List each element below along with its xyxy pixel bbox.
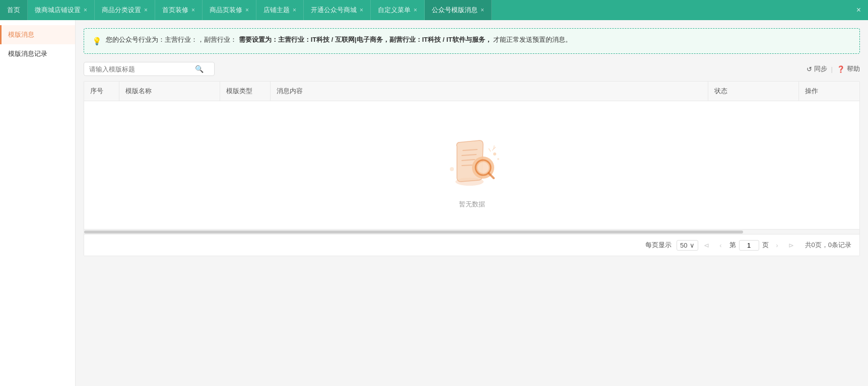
search-icon[interactable]: 🔍 xyxy=(195,65,204,73)
nav-tab-product-category-close[interactable]: × xyxy=(144,7,148,13)
page-label-before: 第 xyxy=(729,241,736,250)
th-content: 消息内容 xyxy=(271,82,708,101)
page-size-select[interactable]: 50 ∨ xyxy=(677,240,698,251)
nav-tab-homepage-decor-label: 首页装修 xyxy=(162,6,188,15)
svg-point-10 xyxy=(497,158,499,160)
nav-tab-custom-menu-label: 自定义菜单 xyxy=(378,6,411,15)
nav-tab-open-mall-label: 开通公众号商城 xyxy=(311,6,357,15)
main-layout: 模版消息 模版消息记录 💡 您的公众号行业为：主营行业：，副营行业： 需要设置为… xyxy=(0,20,868,386)
page-size-value: 50 xyxy=(680,242,687,249)
page-prev-button[interactable]: ‹ xyxy=(715,240,726,251)
page-label-after: 页 xyxy=(762,241,769,250)
nav-tab-home[interactable]: 首页 xyxy=(0,0,28,20)
page-last-button[interactable]: ⊳ xyxy=(786,240,797,251)
th-type: 模版类型 xyxy=(220,82,271,101)
help-button[interactable]: ❓ 帮助 xyxy=(837,64,860,73)
pagination: 每页显示 50 ∨ ⊲ ‹ 第 页 › ⊳ 共0页，0条记录 xyxy=(84,234,859,256)
empty-icon xyxy=(442,131,502,192)
page-input-group: 第 页 xyxy=(729,240,769,251)
nav-tab-product-decor-label: 商品页装修 xyxy=(210,6,242,15)
alert-suffix: 才能正常发送预置的消息。 xyxy=(493,36,572,43)
sidebar-item-template-msg-records[interactable]: 模版消息记录 xyxy=(0,44,75,63)
nav-tab-home-label: 首页 xyxy=(7,6,20,15)
alert-prefix: 您的公众号行业为：主营行业：，副营行业： xyxy=(106,36,237,43)
search-input-wrap: 🔍 xyxy=(84,62,215,76)
svg-line-14 xyxy=(489,148,491,151)
page-first-button[interactable]: ⊲ xyxy=(701,240,712,251)
sync-button[interactable]: ↺ 同步 xyxy=(807,64,827,73)
svg-point-11 xyxy=(450,167,454,171)
nav-tab-product-category[interactable]: 商品分类设置 × xyxy=(95,0,155,20)
th-action: 操作 xyxy=(799,82,859,101)
sidebar-item-template-msg[interactable]: 模版消息 xyxy=(0,25,75,44)
search-input[interactable] xyxy=(89,65,195,73)
empty-text: 暂无数据 xyxy=(459,200,485,209)
search-bar: 🔍 ↺ 同步 | ❓ 帮助 xyxy=(84,62,860,76)
sidebar-item-template-msg-label: 模版消息 xyxy=(8,31,34,38)
nav-tab-wshop-close[interactable]: × xyxy=(84,7,87,13)
nav-tab-open-mall-close[interactable]: × xyxy=(360,7,363,13)
nav-tab-open-mall[interactable]: 开通公众号商城 × xyxy=(304,0,371,20)
svg-point-7 xyxy=(478,162,489,173)
empty-state: 暂无数据 xyxy=(84,101,859,229)
svg-point-9 xyxy=(493,152,496,156)
toolbar-right: ↺ 同步 | ❓ 帮助 xyxy=(807,64,860,73)
page-number-input[interactable] xyxy=(739,240,759,251)
alert-box: 💡 您的公众号行业为：主营行业：，副营行业： 需要设置为：主营行业：IT科技 /… xyxy=(84,28,860,54)
chevron-down-icon: ∨ xyxy=(690,242,695,249)
sidebar: 模版消息 模版消息记录 xyxy=(0,20,76,386)
nav-tab-shop-theme-close[interactable]: × xyxy=(293,7,296,13)
close-all-button[interactable]: × xyxy=(849,0,868,20)
total-text: 共0页，0条记录 xyxy=(805,241,851,250)
nav-tab-template-msg-close[interactable]: × xyxy=(481,7,484,13)
th-name: 模版名称 xyxy=(119,82,220,101)
refresh-icon: ↺ xyxy=(807,65,812,73)
page-size-label: 每页显示 xyxy=(645,241,672,250)
svg-line-13 xyxy=(494,145,494,149)
page-next-button[interactable]: › xyxy=(772,240,783,251)
nav-tab-product-decor[interactable]: 商品页装修 × xyxy=(203,0,256,20)
th-status: 状态 xyxy=(708,82,799,101)
nav-tab-product-category-label: 商品分类设置 xyxy=(102,6,141,15)
horizontal-scrollbar[interactable] xyxy=(84,229,859,234)
scrollbar-thumb[interactable] xyxy=(84,230,743,234)
sync-label: 同步 xyxy=(814,64,827,73)
nav-tab-template-msg[interactable]: 公众号模版消息 × xyxy=(425,0,492,20)
alert-icon: 💡 xyxy=(92,35,102,47)
nav-tab-template-msg-label: 公众号模版消息 xyxy=(432,6,478,15)
th-seq: 序号 xyxy=(84,82,119,101)
content-area: 💡 您的公众号行业为：主营行业：，副营行业： 需要设置为：主营行业：IT科技 /… xyxy=(76,20,868,386)
alert-text: 您的公众号行业为：主营行业：，副营行业： 需要设置为：主营行业：IT科技 / 互… xyxy=(106,35,572,45)
table-header: 序号 模版名称 模版类型 消息内容 状态 操作 xyxy=(84,82,859,101)
nav-tab-wshop-settings[interactable]: 微商城店铺设置 × xyxy=(28,0,95,20)
nav-tab-custom-menu-close[interactable]: × xyxy=(414,7,417,13)
sidebar-item-template-msg-records-label: 模版消息记录 xyxy=(8,50,47,57)
data-table: 序号 模版名称 模版类型 消息内容 状态 操作 xyxy=(84,81,860,256)
nav-tab-custom-menu[interactable]: 自定义菜单 × xyxy=(371,0,425,20)
nav-tab-homepage-decor[interactable]: 首页装修 × xyxy=(155,0,203,20)
nav-tab-shop-theme[interactable]: 店铺主题 × xyxy=(256,0,304,20)
help-label: 帮助 xyxy=(847,64,860,73)
toolbar-divider: | xyxy=(831,65,833,73)
nav-tab-shop-theme-label: 店铺主题 xyxy=(263,6,290,15)
help-icon: ❓ xyxy=(837,65,845,73)
nav-tab-product-decor-close[interactable]: × xyxy=(245,7,249,13)
alert-highlight: 需要设置为：主营行业：IT科技 / 互联网|电子商务，副营行业：IT科技 / I… xyxy=(239,36,492,43)
nav-tab-wshop-label: 微商城店铺设置 xyxy=(35,6,81,15)
top-nav: 首页 微商城店铺设置 × 商品分类设置 × 首页装修 × 商品页装修 × 店铺主… xyxy=(0,0,868,20)
svg-line-4 xyxy=(462,165,472,166)
nav-tab-homepage-decor-close[interactable]: × xyxy=(191,7,195,13)
